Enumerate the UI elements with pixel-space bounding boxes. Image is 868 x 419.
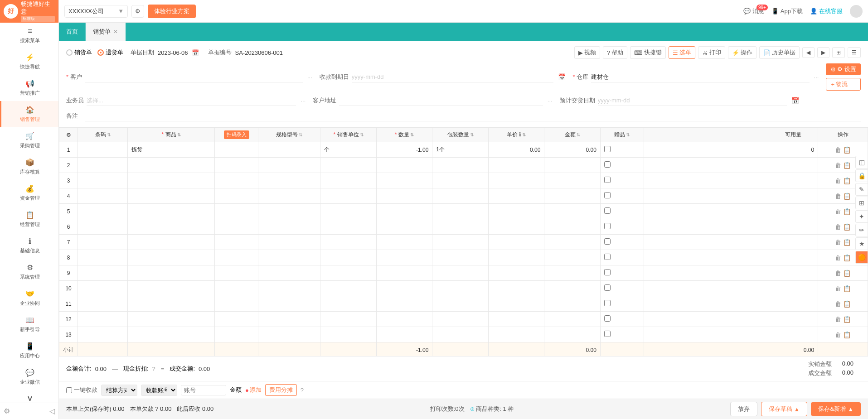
expense-split-button[interactable]: 费用分摊 bbox=[265, 384, 297, 396]
row-barcode[interactable] bbox=[78, 173, 128, 188]
app-download-button[interactable]: 📱 App下载 bbox=[771, 7, 803, 15]
row-unit[interactable] bbox=[320, 265, 377, 281]
row-price[interactable] bbox=[488, 219, 544, 235]
row-spec[interactable] bbox=[258, 281, 320, 296]
row-barcode[interactable] bbox=[78, 327, 128, 342]
account-number-input[interactable] bbox=[181, 385, 226, 395]
row-spec[interactable] bbox=[258, 327, 320, 342]
salesperson-input[interactable] bbox=[87, 95, 296, 106]
float-grid-btn[interactable]: ◫ bbox=[855, 156, 868, 169]
add-payment-button[interactable]: ● 添加 bbox=[245, 386, 262, 394]
row-pkg-qty[interactable] bbox=[432, 281, 489, 296]
row-spec[interactable] bbox=[258, 219, 320, 235]
row-product[interactable] bbox=[127, 188, 214, 204]
expected-date-calendar-icon[interactable]: 📅 bbox=[791, 97, 799, 104]
row-barcode[interactable] bbox=[78, 142, 128, 158]
row-pkg-qty[interactable] bbox=[432, 235, 489, 250]
sidebar-item-purchase[interactable]: 🛒 采购管理 bbox=[0, 127, 58, 154]
row-gift[interactable] bbox=[600, 158, 644, 173]
row-pkg-qty[interactable] bbox=[432, 296, 489, 312]
row-product[interactable] bbox=[127, 235, 214, 250]
delete-row-icon[interactable]: 🗑 bbox=[835, 270, 841, 277]
sidebar-item-operation[interactable]: 📋 经营管理 bbox=[0, 206, 58, 232]
select-btn[interactable]: ☰ 选单 bbox=[669, 46, 695, 59]
list-view-btn[interactable]: ☰ bbox=[848, 47, 861, 58]
float-copy-btn[interactable]: ✎ bbox=[855, 183, 868, 196]
calendar-icon[interactable]: 📅 bbox=[192, 49, 199, 56]
expected-date-input[interactable] bbox=[598, 95, 787, 106]
topbar-settings-icon[interactable]: ⚙ bbox=[131, 5, 144, 18]
gift-checkbox[interactable] bbox=[604, 207, 611, 214]
settlement-method-select[interactable]: 结算方式 bbox=[101, 385, 137, 396]
row-product[interactable] bbox=[127, 173, 214, 188]
row-qty[interactable] bbox=[376, 312, 432, 327]
one-click-pay-input[interactable] bbox=[66, 387, 72, 393]
expense-help-icon[interactable]: ? bbox=[301, 387, 304, 394]
row-pkg-qty[interactable] bbox=[432, 219, 489, 235]
gift-checkbox[interactable] bbox=[604, 177, 611, 183]
delete-row-icon[interactable]: 🗑 bbox=[835, 254, 841, 261]
copy-row-icon[interactable]: 📋 bbox=[843, 270, 851, 277]
row-pkg-qty[interactable] bbox=[432, 312, 489, 327]
copy-row-icon[interactable]: 📋 bbox=[843, 239, 851, 246]
delete-row-icon[interactable]: 🗑 bbox=[835, 316, 841, 323]
row-gift[interactable] bbox=[600, 281, 644, 296]
copy-row-icon[interactable]: 📋 bbox=[843, 300, 851, 308]
row-gift[interactable] bbox=[600, 142, 644, 158]
row-unit[interactable] bbox=[320, 188, 377, 204]
scan-button[interactable]: 扫码录入 bbox=[224, 130, 249, 139]
row-price[interactable] bbox=[488, 327, 544, 342]
delete-row-icon[interactable]: 🗑 bbox=[835, 208, 841, 215]
row-qty[interactable] bbox=[376, 250, 432, 265]
row-price[interactable] bbox=[488, 158, 544, 173]
float-lock-btn[interactable]: 🔒 bbox=[855, 169, 868, 182]
row-qty[interactable] bbox=[376, 265, 432, 281]
delete-row-icon[interactable]: 🗑 bbox=[835, 285, 841, 292]
gift-checkbox[interactable] bbox=[604, 161, 611, 168]
row-qty[interactable]: -1.00 bbox=[376, 142, 432, 158]
gift-checkbox[interactable] bbox=[604, 238, 611, 245]
print-btn[interactable]: 🖨 打印 bbox=[698, 46, 725, 59]
due-date-input[interactable] bbox=[352, 72, 553, 82]
row-barcode[interactable] bbox=[78, 265, 128, 281]
sidebar-item-membership[interactable]: V 畅会员 bbox=[0, 390, 58, 403]
delete-row-icon[interactable]: 🗑 bbox=[835, 331, 841, 338]
sidebar-settings-icon[interactable]: ⚙ bbox=[4, 407, 10, 415]
sidebar-item-finance[interactable]: 💰 资金管理 bbox=[0, 180, 58, 206]
row-price[interactable] bbox=[488, 235, 544, 250]
row-amount[interactable] bbox=[544, 296, 601, 312]
row-unit[interactable]: 个 bbox=[320, 142, 377, 158]
row-gift[interactable] bbox=[600, 265, 644, 281]
row-barcode[interactable] bbox=[78, 204, 128, 219]
sidebar-item-quick-nav[interactable]: ⚡ 快捷导航 bbox=[0, 48, 58, 75]
th-settings[interactable]: ⚙ bbox=[59, 128, 78, 142]
row-unit[interactable] bbox=[320, 235, 377, 250]
sales-order-radio[interactable]: 销货单 bbox=[66, 48, 92, 57]
sidebar-item-search-menu[interactable]: ≡ 搜索菜单 bbox=[0, 23, 58, 48]
row-gift[interactable] bbox=[600, 219, 644, 235]
row-barcode[interactable] bbox=[78, 281, 128, 296]
row-price[interactable] bbox=[488, 188, 544, 204]
sidebar-item-guide[interactable]: 📖 新手引导 bbox=[0, 311, 58, 337]
row-qty[interactable] bbox=[376, 327, 432, 342]
gift-checkbox[interactable] bbox=[604, 223, 611, 229]
float-fav-btn[interactable]: ★ bbox=[855, 237, 868, 250]
row-pkg-qty[interactable] bbox=[432, 265, 489, 281]
th-scan[interactable]: 扫码录入 bbox=[215, 128, 258, 142]
return-order-radio[interactable]: 退货单 bbox=[97, 48, 123, 57]
row-gift[interactable] bbox=[600, 188, 644, 204]
bottom-mid-help-icon[interactable]: ? bbox=[155, 405, 158, 412]
row-spec[interactable] bbox=[258, 188, 320, 204]
row-amount[interactable] bbox=[544, 281, 601, 296]
row-qty[interactable] bbox=[376, 173, 432, 188]
copy-row-icon[interactable]: 📋 bbox=[843, 316, 851, 323]
row-amount[interactable] bbox=[544, 235, 601, 250]
row-unit[interactable] bbox=[320, 158, 377, 173]
float-star-btn[interactable]: ✦ bbox=[855, 210, 868, 223]
delete-row-icon[interactable]: 🗑 bbox=[835, 162, 841, 169]
row-price[interactable] bbox=[488, 312, 544, 327]
abandon-button[interactable]: 放弃 bbox=[730, 402, 757, 416]
row-barcode[interactable] bbox=[78, 296, 128, 312]
discount-help-icon[interactable]: ? bbox=[152, 366, 155, 372]
row-amount[interactable] bbox=[544, 312, 601, 327]
